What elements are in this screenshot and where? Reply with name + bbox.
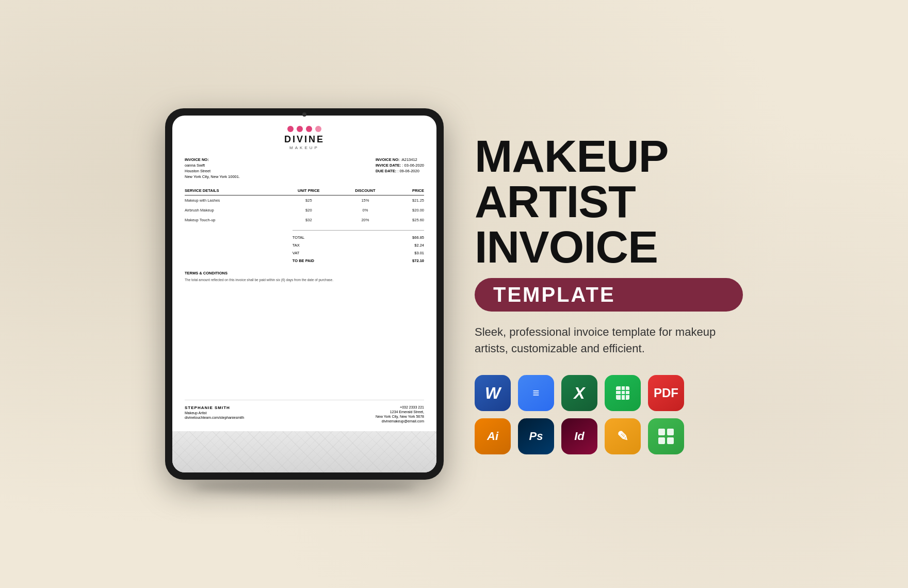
word-icon: W [475,375,511,411]
service-cell: Makeup with Lashes [185,195,279,206]
dot-4 [315,126,321,132]
col-service: SERVICE DETAILS [185,186,279,195]
template-badge: TEMPLATE [475,278,743,312]
invoice-meta: INVOICE NO: oanna Swift Houston Street N… [185,157,424,179]
discount-cell: 0% [338,205,392,215]
total-value: $66.85 [412,235,424,240]
invoice-content: DIVINE MAKEUP INVOICE NO: oanna Swift Ho… [172,116,436,431]
meta-right: INVOICE NO: :A213412 INVICE DATE: : 03-0… [376,157,424,179]
pdf-icon: PDF [648,375,684,411]
svg-rect-5 [658,429,665,435]
title-line3: INVOICE [475,224,743,270]
docs-icon: ≡ [518,375,554,411]
discount-cell: 20% [338,215,392,225]
client-city: New York City, New York 10001. [185,174,240,179]
tablet: DIVINE MAKEUP INVOICE NO: oanna Swift Ho… [165,108,444,480]
right-section: MAKEUP ARTIST INVOICE TEMPLATE Sleek, pr… [475,134,743,455]
due-date-row: DUE DATE: : 09-06-2020 [376,169,424,173]
unit-price-cell: $25 [279,195,338,206]
total-row: TOTAL $66.85 [293,234,424,241]
dot-3 [306,126,312,132]
paid-label: TO BE PAID [293,258,314,263]
client-name: oanna Swift [185,163,240,168]
vat-row: VAT $3.01 [293,249,424,257]
price-cell: $21.25 [392,195,424,206]
invoice-header: DIVINE MAKEUP [185,126,424,150]
invoice-table: SERVICE DETAILS UNIT PRICE DISCOUNT PRIC… [185,186,424,225]
service-cell: Makeup Touch-up [185,215,279,225]
footer-name: STEPHANIE SMITH [185,405,244,410]
total-label: TOTAL [293,235,304,240]
footer-right: +032 2333 221 1234 Emerald Street, New Y… [376,405,424,423]
indesign-icon: Id [561,418,597,454]
discount-cell: 15% [338,195,392,206]
excel-icon: X [561,375,597,411]
footer-email: divinemakeup@email.com [376,419,424,423]
invoice-no-value: :A213412 [401,157,417,162]
invoice-date-label: INVICE DATE: [376,163,401,168]
title-line1: MAKEUP [475,134,743,179]
col-price: PRICE [392,186,424,195]
invoice-no-label: INVOICE NO: [376,157,400,162]
due-date-value: : 09-06-2020 [397,169,419,173]
tablet-camera [302,112,306,117]
brand-dots [287,126,321,132]
unit-price-cell: $32 [279,215,338,225]
app-icons-grid: W ≡ X PDF [475,375,743,454]
meta-left: INVOICE NO: oanna Swift Houston Street N… [185,157,240,179]
tax-label: TAX [293,243,300,248]
table-row: Makeup Touch-up $32 20% $25.60 [185,215,424,225]
price-cell: $25.60 [392,215,424,225]
service-cell: Airbrush Makeup [185,205,279,215]
invoice-date-row: INVICE DATE: : 03-06-2020 [376,163,424,168]
client-address: Houston Street [185,169,240,173]
vat-value: $3.01 [414,251,424,255]
app-icons-row-2: Ai Ps Id ✎ [475,418,743,454]
svg-rect-6 [667,429,674,435]
invoice-date-value: : 03-06-2020 [402,163,424,168]
price-cell: $20.00 [392,205,424,215]
col-discount: DISCOUNT [338,186,392,195]
invoice-no-row: INVOICE NO: :A213412 [376,157,424,162]
footer-phone: +032 2333 221 [376,405,424,409]
main-title: MAKEUP ARTIST INVOICE [475,134,743,270]
main-container: DIVINE MAKEUP INVOICE NO: oanna Swift Ho… [0,0,908,588]
due-date-label: DUE DATE: [376,169,396,173]
paid-value: $72.10 [412,258,424,263]
dot-1 [287,126,294,132]
svg-rect-7 [658,437,665,444]
terms-section: TERMS & CONDITIONS The total amount refl… [185,271,424,282]
tax-row: TAX $2.24 [293,241,424,249]
title-line2: ARTIST [475,179,743,224]
svg-rect-0 [616,386,629,400]
app-icons-row-1: W ≡ X PDF [475,375,743,411]
description: Sleek, professional invoice template for… [475,324,743,357]
vat-label: VAT [293,251,299,255]
terms-title: TERMS & CONDITIONS [185,271,424,275]
numbers-icon [648,418,684,454]
unit-price-cell: $20 [279,205,338,215]
footer-role: Makeup Artist [185,411,244,415]
pages-icon: ✎ [605,418,641,454]
table-row: Airbrush Makeup $20 0% $20.00 [185,205,424,215]
footer-left: STEPHANIE SMITH Makeup Artist divinetouc… [185,405,244,423]
terms-text: The total amount reflected on this invoi… [185,277,424,282]
table-row: Makeup with Lashes $25 15% $21.25 [185,195,424,206]
tablet-marble [172,431,436,472]
photoshop-icon: Ps [518,418,554,454]
tablet-screen: DIVINE MAKEUP INVOICE NO: oanna Swift Ho… [172,116,436,472]
brand-name: DIVINE [284,134,325,145]
invoice-footer: STEPHANIE SMITH Makeup Artist divinetouc… [185,400,424,423]
invoice-no-label-left: INVOICE NO: [185,157,240,162]
footer-website: divinetouchteam.com/stephaniesmith [185,416,244,419]
col-unit-price: UNIT PRICE [279,186,338,195]
brand-sub: MAKEUP [289,145,319,150]
footer-city: New York City, New York 5678 [376,415,424,418]
tax-value: $2.24 [414,243,424,248]
svg-rect-8 [667,437,674,444]
dot-2 [297,126,303,132]
totals-section: TOTAL $66.85 TAX $2.24 VAT $3.01 TO BE P… [293,230,424,265]
sheets-icon [605,375,641,411]
footer-address: 1234 Emerald Street, [376,410,424,414]
illustrator-icon: Ai [475,418,511,454]
